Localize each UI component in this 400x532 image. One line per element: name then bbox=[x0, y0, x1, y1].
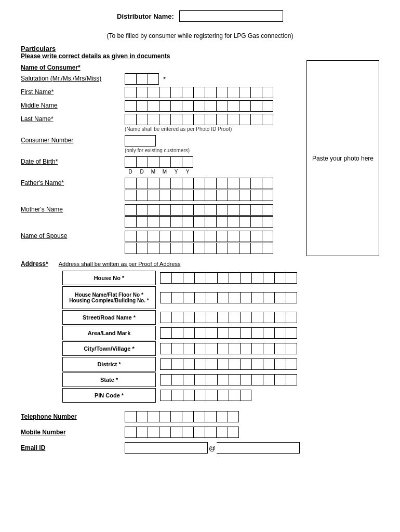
hname-c3[interactable] bbox=[183, 292, 194, 303]
st-c11[interactable] bbox=[274, 312, 286, 323]
ct-c6[interactable] bbox=[217, 343, 229, 354]
fath-r2c4[interactable] bbox=[159, 190, 170, 201]
ln-c3[interactable] bbox=[148, 114, 159, 125]
sp-r1c2[interactable] bbox=[136, 231, 148, 242]
hn-c4[interactable] bbox=[194, 272, 206, 284]
mn-c4[interactable] bbox=[159, 100, 170, 112]
dob-y2[interactable] bbox=[182, 156, 193, 168]
hname-c12[interactable] bbox=[286, 292, 297, 303]
fath-r2c8[interactable] bbox=[205, 190, 216, 201]
di-c10[interactable] bbox=[263, 358, 274, 370]
hn-c6[interactable] bbox=[217, 272, 229, 284]
di-c8[interactable] bbox=[240, 358, 251, 370]
sp-r1c8[interactable] bbox=[205, 231, 216, 242]
hname-c11[interactable] bbox=[274, 292, 286, 303]
ar-c6[interactable] bbox=[217, 327, 229, 339]
moth-r2c13[interactable] bbox=[262, 216, 273, 228]
fath-r1c7[interactable] bbox=[193, 178, 205, 189]
mn-c10[interactable] bbox=[228, 100, 239, 112]
state-cells[interactable] bbox=[160, 374, 297, 385]
sp-r2c4[interactable] bbox=[159, 243, 170, 254]
mn-c1[interactable] bbox=[125, 100, 136, 112]
fn-c11[interactable] bbox=[239, 87, 250, 98]
di-c3[interactable] bbox=[183, 358, 194, 370]
distributor-name-input[interactable] bbox=[179, 10, 283, 22]
ar-c1[interactable] bbox=[160, 327, 171, 339]
sp-r1c3[interactable] bbox=[148, 231, 159, 242]
sp-r2c9[interactable] bbox=[216, 243, 228, 254]
st-c1[interactable] bbox=[160, 312, 171, 323]
fn-c2[interactable] bbox=[136, 87, 148, 98]
pin-c3[interactable] bbox=[183, 390, 194, 401]
ln-c12[interactable] bbox=[250, 114, 262, 125]
dob-d2[interactable] bbox=[136, 156, 148, 168]
di-c1[interactable] bbox=[160, 358, 171, 370]
di-c4[interactable] bbox=[194, 358, 206, 370]
sp-r1c4[interactable] bbox=[159, 231, 170, 242]
ar-c10[interactable] bbox=[263, 327, 274, 339]
fath-r1c13[interactable] bbox=[262, 178, 273, 189]
hn-c10[interactable] bbox=[263, 272, 274, 284]
sta-c4[interactable] bbox=[194, 374, 206, 385]
st-c12[interactable] bbox=[286, 312, 297, 323]
hname-c7[interactable] bbox=[229, 292, 240, 303]
mob-c7[interactable] bbox=[193, 427, 205, 438]
email-local-input[interactable] bbox=[125, 442, 208, 454]
ar-c8[interactable] bbox=[240, 327, 251, 339]
city-cells[interactable] bbox=[160, 343, 297, 354]
sp-r1c9[interactable] bbox=[216, 231, 228, 242]
tel-c6[interactable] bbox=[182, 411, 193, 422]
sp-r1c7[interactable] bbox=[193, 231, 205, 242]
pin-c1[interactable] bbox=[160, 390, 171, 401]
mob-c1[interactable] bbox=[125, 427, 136, 438]
mob-c9[interactable] bbox=[216, 427, 228, 438]
ar-c9[interactable] bbox=[251, 327, 263, 339]
sta-c3[interactable] bbox=[183, 374, 194, 385]
hname-c1[interactable] bbox=[160, 292, 171, 303]
di-c11[interactable] bbox=[274, 358, 286, 370]
sta-c7[interactable] bbox=[229, 374, 240, 385]
fath-r2c10[interactable] bbox=[228, 190, 239, 201]
tel-c9[interactable] bbox=[216, 411, 228, 422]
hn-c1[interactable] bbox=[160, 272, 171, 284]
dob-y1[interactable] bbox=[170, 156, 182, 168]
di-c5[interactable] bbox=[206, 358, 217, 370]
pin-c4[interactable] bbox=[194, 390, 206, 401]
fn-c9[interactable] bbox=[216, 87, 228, 98]
sp-r2c8[interactable] bbox=[205, 243, 216, 254]
hn-c3[interactable] bbox=[183, 272, 194, 284]
ln-c9[interactable] bbox=[216, 114, 228, 125]
tel-c3[interactable] bbox=[148, 411, 159, 422]
hname-c10[interactable] bbox=[263, 292, 274, 303]
sp-r2c7[interactable] bbox=[193, 243, 205, 254]
fath-r1c1[interactable] bbox=[125, 178, 136, 189]
consumer-number-input[interactable] bbox=[125, 135, 156, 147]
mob-c8[interactable] bbox=[205, 427, 216, 438]
pin-cells[interactable] bbox=[160, 390, 251, 401]
fath-r1c3[interactable] bbox=[148, 178, 159, 189]
di-c9[interactable] bbox=[251, 358, 263, 370]
st-c8[interactable] bbox=[240, 312, 251, 323]
fath-r2c7[interactable] bbox=[193, 190, 205, 201]
ln-c8[interactable] bbox=[205, 114, 216, 125]
tel-c8[interactable] bbox=[205, 411, 216, 422]
sp-r2c12[interactable] bbox=[250, 243, 262, 254]
hname-c2[interactable] bbox=[171, 292, 183, 303]
fath-r2c11[interactable] bbox=[239, 190, 250, 201]
ar-c2[interactable] bbox=[171, 327, 183, 339]
fath-r2c2[interactable] bbox=[136, 190, 148, 201]
district-cells[interactable] bbox=[160, 358, 297, 370]
fath-r1c6[interactable] bbox=[182, 178, 193, 189]
ln-c10[interactable] bbox=[228, 114, 239, 125]
ln-c4[interactable] bbox=[159, 114, 170, 125]
fn-c5[interactable] bbox=[170, 87, 182, 98]
sp-r2c11[interactable] bbox=[239, 243, 250, 254]
moth-r1c3[interactable] bbox=[148, 204, 159, 216]
ct-c8[interactable] bbox=[240, 343, 251, 354]
ln-c1[interactable] bbox=[125, 114, 136, 125]
hn-c8[interactable] bbox=[240, 272, 251, 284]
hname-c8[interactable] bbox=[240, 292, 251, 303]
st-c7[interactable] bbox=[229, 312, 240, 323]
ar-c3[interactable] bbox=[183, 327, 194, 339]
tel-c5[interactable] bbox=[170, 411, 182, 422]
